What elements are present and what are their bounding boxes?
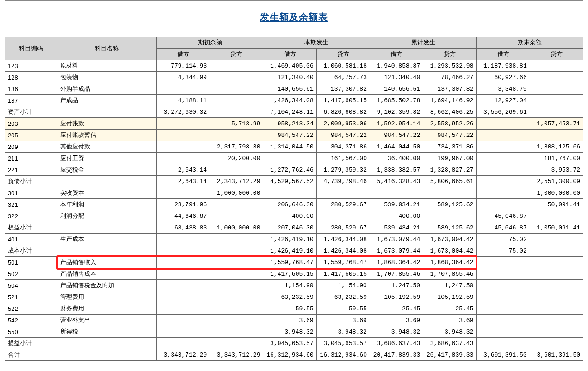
- table-row: 401生产成本1,426,419.101,426,344.081,673,079…: [5, 234, 583, 245]
- cell-code: 542: [5, 315, 57, 326]
- cell-value: 23,791.96: [156, 199, 210, 210]
- cell-value: 140,656.61: [263, 83, 316, 95]
- cell-value: [156, 118, 210, 130]
- cell-value: 539,034.21: [370, 199, 423, 210]
- cell-value: [530, 280, 583, 291]
- cell-code: 137: [5, 95, 57, 106]
- cell-value: 539,434.21: [370, 222, 423, 234]
- cell-code: 501: [5, 257, 57, 268]
- cell-value: [156, 303, 210, 315]
- cell-value: [370, 187, 423, 199]
- cell-value: 206,646.30: [263, 199, 316, 210]
- cell-value: 2,317,798.30: [210, 141, 263, 153]
- cell-value: [477, 141, 530, 153]
- cell-value: 25.45: [423, 303, 477, 315]
- cell-value: 1,673,004.42: [423, 234, 477, 245]
- cell-value: 121,340.40: [263, 72, 316, 83]
- table-row: 损益小计3,045,653.573,045,653.573,686,637.43…: [5, 338, 583, 349]
- cell-value: [530, 245, 583, 257]
- cell-value: [156, 187, 210, 199]
- cell-code: 221: [5, 164, 57, 176]
- cell-value: 2,643.14: [156, 176, 210, 187]
- cell-name: 包装物: [57, 72, 157, 83]
- cell-value: 1,000,000.00: [530, 187, 583, 199]
- cell-value: 161,567.00: [316, 153, 370, 164]
- cell-code: 123: [5, 60, 57, 72]
- cell-code: 负债小计: [5, 176, 57, 187]
- cell-code: 522: [5, 303, 57, 315]
- sub-credit: 贷方: [210, 49, 263, 60]
- cell-name: 生产成本: [57, 234, 157, 245]
- cell-value: [477, 291, 530, 303]
- cell-value: 7,104,248.11: [263, 106, 316, 118]
- table-row: 128包装物4,344.99121,340.4064,757.73121,340…: [5, 72, 583, 83]
- cell-code: 136: [5, 83, 57, 95]
- cell-value: 2,343,712.29: [210, 176, 263, 187]
- cell-value: 3,686,637.43: [370, 338, 423, 349]
- cell-value: 45,046.87: [477, 210, 530, 222]
- cell-name: [57, 106, 157, 118]
- table-row: 550所得税3,948.323,948.323,948.323,948.32: [5, 326, 583, 338]
- sub-debit: 借方: [477, 49, 530, 60]
- cell-value: [530, 210, 583, 222]
- cell-name: 外购半成品: [57, 83, 157, 95]
- cell-value: 1,426,419.10: [263, 245, 316, 257]
- cell-value: [156, 141, 210, 153]
- cell-value: 1,308,125.66: [530, 141, 583, 153]
- table-body: 123原材料779,114.931,469,405.061,060,581.18…: [5, 60, 583, 361]
- cell-value: [530, 257, 583, 268]
- table-row: 负债小计2,643.142,343,712.294,529,567.524,73…: [5, 176, 583, 187]
- cell-value: 1,426,419.10: [263, 234, 316, 245]
- cell-value: [477, 153, 530, 164]
- cell-code: 504: [5, 280, 57, 291]
- cell-value: [530, 338, 583, 349]
- sub-debit: 借方: [370, 49, 423, 60]
- cell-value: [210, 72, 263, 83]
- cell-value: 1,417,605.15: [316, 268, 370, 280]
- grp-current: 本期发生: [263, 37, 370, 49]
- cell-code: 资产小计: [5, 106, 57, 118]
- title-link[interactable]: 发生额及余额表: [260, 12, 328, 22]
- cell-value: [477, 187, 530, 199]
- cell-value: 64,757.73: [316, 72, 370, 83]
- cell-name: [57, 338, 157, 349]
- cell-value: 1,293,532.98: [423, 60, 477, 72]
- cell-value: [210, 164, 263, 176]
- balance-table: 科目编码 科目名称 期初余额 本期发生 累计发生 期末余额 借方 贷方 借方 贷…: [5, 37, 583, 361]
- cell-code: 502: [5, 268, 57, 280]
- cell-value: [210, 315, 263, 326]
- cell-value: [210, 338, 263, 349]
- cell-name: 本年利润: [57, 199, 157, 210]
- cell-code: 209: [5, 141, 57, 153]
- cell-value: 20,417,839.33: [370, 349, 423, 361]
- cell-name: 应付账款暂估: [57, 130, 157, 141]
- cell-value: 1,592,954.14: [370, 118, 423, 130]
- cell-value: 1,338,382.57: [370, 164, 423, 176]
- cell-value: [477, 303, 530, 315]
- cell-name: 管理费用: [57, 291, 157, 303]
- cell-value: 3,348.79: [477, 83, 530, 95]
- cell-value: 5,416,328.43: [370, 176, 423, 187]
- cell-value: [210, 199, 263, 210]
- cell-value: 181,767.00: [530, 153, 583, 164]
- cell-value: 199,967.00: [423, 153, 477, 164]
- table-row: 123原材料779,114.931,469,405.061,060,581.18…: [5, 60, 583, 72]
- cell-value: 1,247.50: [370, 280, 423, 291]
- cell-name: 其他应付款: [57, 141, 157, 153]
- cell-value: 1,050,091.41: [530, 222, 583, 234]
- cell-code: 损益小计: [5, 338, 57, 349]
- cell-value: 3,045,653.57: [316, 338, 370, 349]
- col-name: 科目名称: [57, 37, 157, 60]
- cell-value: 3.69: [423, 315, 477, 326]
- cell-code: 321: [5, 199, 57, 210]
- cell-value: [210, 106, 263, 118]
- table-row: 521管理费用63,232.5963,232.59105,192.59105,1…: [5, 291, 583, 303]
- cell-value: 1,868,364.42: [423, 257, 477, 268]
- cell-value: 1,469,405.06: [263, 60, 316, 72]
- cell-value: 1,673,079.44: [370, 234, 423, 245]
- cell-value: 984,547.22: [370, 130, 423, 141]
- table-row: 502产品销售成本1,417,605.151,417,605.151,707,8…: [5, 268, 583, 280]
- cell-name: 营业外支出: [57, 315, 157, 326]
- cell-value: [263, 153, 316, 164]
- table-head: 科目编码 科目名称 期初余额 本期发生 累计发生 期末余额 借方 贷方 借方 贷…: [5, 37, 583, 60]
